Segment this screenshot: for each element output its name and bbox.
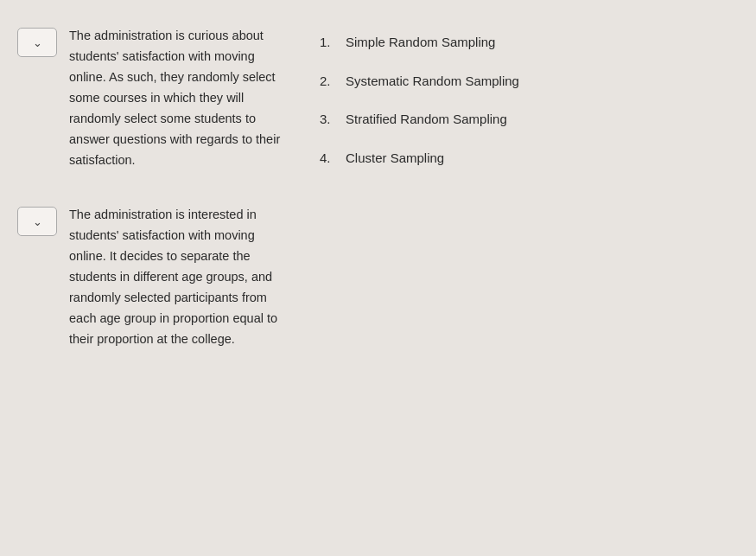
answer-number-2: 2. bbox=[320, 73, 337, 88]
answer-label-3: Stratified Random Sampling bbox=[346, 110, 507, 130]
answer-item-3: 3. Stratified Random Sampling bbox=[320, 110, 648, 130]
questions-column: ⌄ The administration is curious about st… bbox=[17, 26, 285, 350]
page-layout: ⌄ The administration is curious about st… bbox=[17, 26, 739, 350]
answer-label-1: Simple Random Sampling bbox=[346, 33, 495, 53]
question-text-2: The administration is interested in stud… bbox=[69, 205, 285, 349]
dropdown-2[interactable]: ⌄ bbox=[17, 207, 57, 236]
question-item-2: ⌄ The administration is interested in st… bbox=[17, 205, 285, 349]
answer-item-4: 4. Cluster Sampling bbox=[320, 149, 648, 169]
answer-number-4: 4. bbox=[320, 150, 337, 165]
answer-label-4: Cluster Sampling bbox=[346, 149, 444, 169]
answers-column: 1. Simple Random Sampling 2. Systematic … bbox=[320, 26, 648, 350]
answer-item-2: 2. Systematic Random Sampling bbox=[320, 72, 648, 92]
answer-item-1: 1. Simple Random Sampling bbox=[320, 33, 648, 53]
chevron-down-icon-2: ⌄ bbox=[33, 215, 42, 228]
answer-label-2: Systematic Random Sampling bbox=[346, 72, 519, 92]
answer-number-3: 3. bbox=[320, 112, 337, 126]
question-text-1: The administration is curious about stud… bbox=[69, 26, 285, 170]
chevron-down-icon-1: ⌄ bbox=[33, 36, 42, 49]
dropdown-1[interactable]: ⌄ bbox=[17, 28, 57, 57]
answer-number-1: 1. bbox=[320, 35, 337, 49]
question-item-1: ⌄ The administration is curious about st… bbox=[17, 26, 285, 170]
